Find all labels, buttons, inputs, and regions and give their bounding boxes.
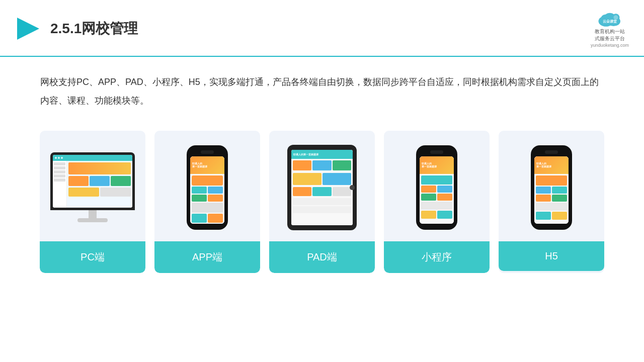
card-h5-image: 职通人的第一堂刷题课 — [499, 131, 604, 241]
card-mini: 职通人的第一堂刷题课 — [384, 131, 490, 273]
page-title: 2.5.1网校管理 — [50, 19, 138, 38]
play-logo-icon — [15, 16, 41, 42]
phone-mockup-mini: 职通人的第一堂刷题课 — [416, 145, 457, 230]
card-pc-label: PC端 — [40, 241, 145, 273]
card-mini-label: 小程序 — [384, 241, 490, 273]
logo-sub-text: 教育机构一站 式服务云平台 yunduoketang.com — [591, 28, 629, 49]
monitor-mockup — [50, 152, 135, 222]
card-mini-image: 职通人的第一堂刷题课 — [384, 131, 490, 241]
cards-container: PC端 职通人的第一堂刷题课 — [0, 116, 644, 283]
phone-mockup-app: 职通人的第一堂刷题课 — [187, 145, 228, 230]
description-text: 网校支持PC、APP、PAD、小程序、H5，实现多端打通，产品各终端自由切换，数… — [0, 57, 644, 116]
card-app-label: APP端 — [154, 241, 260, 273]
card-h5: 职通人的第一堂刷题课 — [499, 131, 604, 273]
card-pad-label: PAD端 — [269, 241, 375, 273]
card-app: 职通人的第一堂刷题课 — [154, 131, 260, 273]
tablet-mockup: 职通人的第一堂刷题课 — [287, 145, 357, 230]
svg-marker-0 — [17, 18, 39, 40]
header-left: 2.5.1网校管理 — [15, 16, 138, 42]
card-pc: PC端 — [40, 131, 145, 273]
logo-area: 云朵课堂 教育机构一站 式服务云平台 yunduoketang.com — [591, 9, 629, 49]
svg-text:云朵课堂: 云朵课堂 — [603, 19, 617, 23]
card-pc-image — [40, 131, 145, 241]
cloud-logo-icon: 云朵课堂 — [595, 9, 625, 28]
phone-mockup-h5: 职通人的第一堂刷题课 — [531, 145, 572, 230]
header: 2.5.1网校管理 云朵课堂 教育机构一站 式服务云平台 yunduoketan… — [0, 0, 644, 57]
card-h5-label: H5 — [499, 241, 604, 271]
card-app-image: 职通人的第一堂刷题课 — [154, 131, 260, 241]
svg-point-6 — [613, 15, 618, 20]
card-pad: 职通人的第一堂刷题课 — [269, 131, 375, 273]
card-pad-image: 职通人的第一堂刷题课 — [269, 131, 375, 241]
